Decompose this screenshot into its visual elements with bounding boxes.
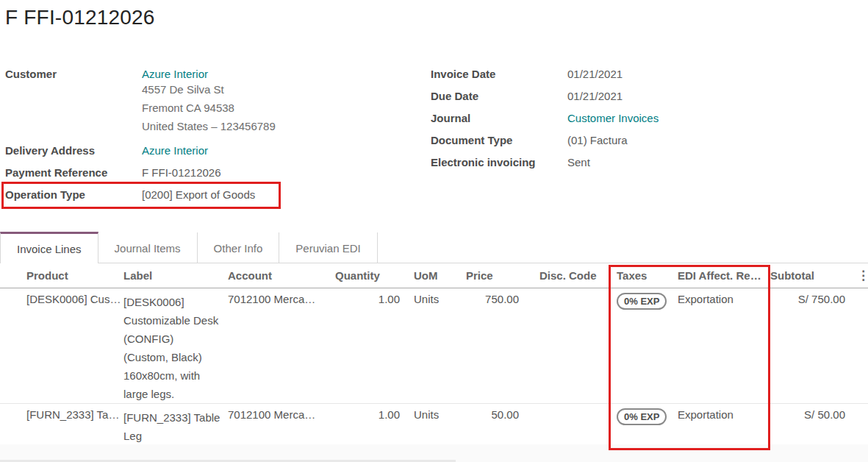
drag-handle-column (0, 263, 22, 288)
field-group-right: Invoice Date 01/21/2021 Due Date 01/21/2… (431, 66, 857, 177)
delivery-address-label: Delivery Address (5, 143, 142, 157)
payment-reference-label: Payment Reference (5, 165, 142, 179)
cell-account: 7012100 Merca… (228, 288, 335, 403)
cell-product: [FURN_2333] Ta… (22, 403, 123, 446)
field-due-date: Due Date 01/21/2021 (431, 88, 857, 110)
field-payment-reference: Payment Reference F FFI-01212026 (5, 165, 420, 187)
cell-label: [DESK0006] Customizable Desk (CONFIG) (C… (123, 288, 228, 403)
table-header-row: Product Label Account Quantity UoM Price… (0, 263, 868, 288)
document-type-label: Document Type (431, 132, 567, 146)
due-date-label: Due Date (431, 88, 567, 102)
col-header-price[interactable]: Price (466, 263, 522, 288)
field-electronic-invoicing: Electronic invoicing Sent (431, 154, 857, 177)
customer-address-line-3: United States – 123456789 (142, 117, 276, 135)
tab-journal-items[interactable]: Journal Items (98, 232, 198, 263)
cell-price: 50.00 (466, 403, 522, 446)
operation-type-value: [0200] Export of Goods (142, 187, 255, 201)
field-document-type: Document Type (01) Factura (431, 132, 857, 154)
notebook-tabs: Invoice Lines Journal Items Other Info P… (0, 232, 868, 263)
cell-uom: Units (403, 403, 466, 446)
optional-columns-icon[interactable]: ⋮ (857, 263, 868, 288)
tab-invoice-lines[interactable]: Invoice Lines (0, 232, 98, 263)
cell-edi-affect: Exportation (675, 288, 770, 403)
journal-label: Journal (431, 110, 567, 124)
cell-label: [FURN_2333] Table Leg (123, 403, 228, 446)
cell-quantity: 1.00 (335, 403, 403, 446)
col-header-edi-affect[interactable]: EDI Affect. Re… (675, 263, 770, 288)
field-group-left: Customer Azure Interior 4557 De Silva St… (5, 66, 420, 209)
cell-quantity: 1.00 (335, 288, 403, 403)
col-header-account[interactable]: Account (228, 263, 335, 288)
cell-disc-code (522, 288, 607, 403)
electronic-invoicing-value: Sent (567, 154, 590, 168)
customer-address-line-1: 4557 De Silva St (142, 80, 276, 99)
customer-link[interactable]: Azure Interior (142, 68, 208, 80)
table-row[interactable]: [FURN_2333] Ta… [FURN_2333] Table Leg 70… (0, 403, 868, 446)
document-type-value: (01) Factura (567, 132, 628, 146)
col-header-uom[interactable]: UoM (403, 263, 466, 288)
operation-type-label: Operation Type (5, 187, 142, 201)
cell-subtotal: S/ 750.00 (770, 288, 857, 403)
due-date-value: 01/21/2021 (567, 88, 623, 102)
col-header-subtotal[interactable]: Subtotal (770, 263, 857, 288)
invoice-form-page: F FFI-01212026 Customer Azure Interior 4… (0, 0, 868, 462)
electronic-invoicing-label: Electronic invoicing (431, 154, 567, 168)
cell-subtotal: S/ 50.00 (770, 403, 857, 446)
cell-product: [DESK0006] Cus… (22, 288, 123, 403)
page-title: F FFI-01212026 (5, 6, 155, 29)
field-journal: Journal Customer Invoices (431, 110, 857, 132)
tax-badge: 0% EXP (617, 408, 667, 425)
cell-disc-code (522, 403, 607, 446)
cell-account: 7012100 Merca… (228, 403, 335, 446)
tax-badge: 0% EXP (617, 293, 667, 310)
payment-reference-value: F FFI-01212026 (142, 165, 221, 179)
invoice-date-label: Invoice Date (431, 66, 567, 80)
cell-price: 750.00 (466, 288, 522, 403)
invoice-date-value: 01/21/2021 (567, 66, 623, 80)
table-row[interactable]: [DESK0006] Cus… [DESK0006] Customizable … (0, 288, 868, 403)
cell-edi-affect: Exportation (675, 403, 770, 446)
cell-uom: Units (403, 288, 466, 403)
field-operation-type: Operation Type [0200] Export of Goods (5, 187, 420, 209)
col-header-quantity[interactable]: Quantity (335, 263, 403, 288)
invoice-lines-table: Product Label Account Quantity UoM Price… (0, 263, 868, 447)
tab-other-info[interactable]: Other Info (198, 232, 280, 263)
tab-peruvian-edi[interactable]: Peruvian EDI (279, 232, 377, 263)
journal-link[interactable]: Customer Invoices (567, 112, 659, 124)
col-header-product[interactable]: Product (22, 263, 123, 288)
col-header-taxes[interactable]: Taxes (607, 263, 675, 288)
customer-label: Customer (5, 66, 142, 80)
field-customer: Customer Azure Interior 4557 De Silva St… (5, 66, 420, 143)
col-header-label[interactable]: Label (123, 263, 228, 288)
field-invoice-date: Invoice Date 01/21/2021 (431, 66, 857, 88)
field-delivery-address: Delivery Address Azure Interior (5, 143, 420, 165)
customer-address-line-2: Fremont CA 94538 (142, 99, 276, 117)
delivery-address-link[interactable]: Azure Interior (142, 144, 208, 157)
col-header-disc-code[interactable]: Disc. Code (522, 263, 607, 288)
